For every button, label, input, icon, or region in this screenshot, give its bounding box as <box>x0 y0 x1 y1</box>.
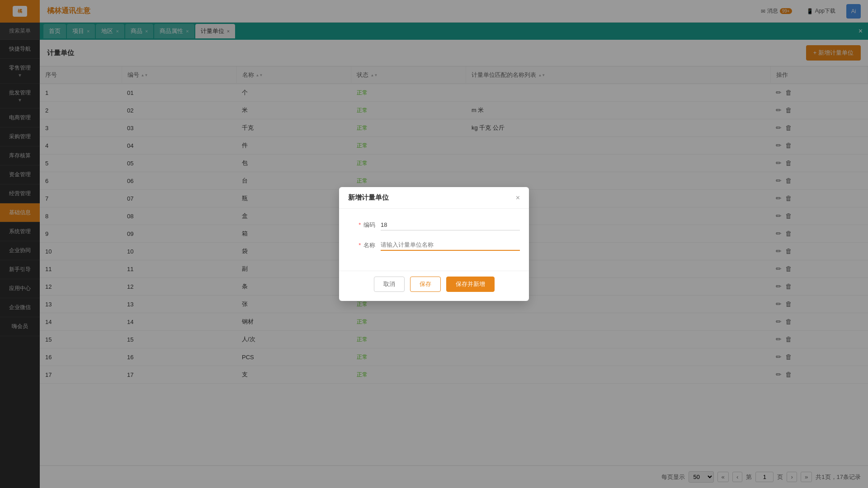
code-input[interactable] <box>381 220 520 230</box>
code-label: * 编码 <box>348 221 375 229</box>
name-label: * 名称 <box>348 241 375 249</box>
save-and-new-button[interactable]: 保存并新增 <box>446 277 495 292</box>
modal-footer: 取消 保存 保存并新增 <box>339 271 529 301</box>
name-input[interactable] <box>381 239 520 251</box>
name-form-row: * 名称 <box>348 239 520 251</box>
save-button[interactable]: 保存 <box>410 277 441 292</box>
modal-header: 新增计量单位 × <box>339 187 529 209</box>
modal-overlay[interactable]: 新增计量单位 × * 编码 * 名称 取消 保存 保存并新增 <box>0 0 868 488</box>
cancel-button[interactable]: 取消 <box>374 277 405 292</box>
modal-title: 新增计量单位 <box>348 193 389 202</box>
modal-close-button[interactable]: × <box>516 194 520 202</box>
add-unit-modal: 新增计量单位 × * 编码 * 名称 取消 保存 保存并新增 <box>339 187 529 301</box>
code-form-row: * 编码 <box>348 220 520 230</box>
modal-body: * 编码 * 名称 <box>339 209 529 271</box>
